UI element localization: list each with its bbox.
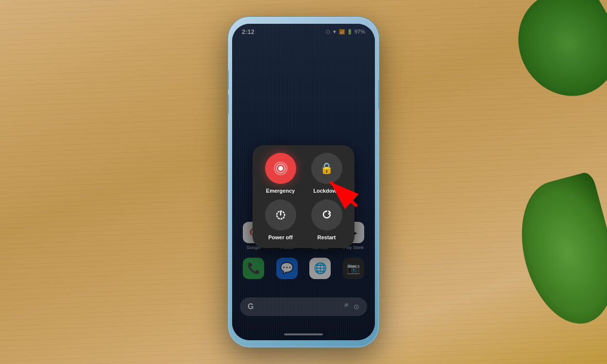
poweroff-item[interactable]: Power off xyxy=(260,199,301,240)
volume-up-button[interactable] xyxy=(228,70,229,90)
poweroff-label: Power off xyxy=(268,234,292,240)
poweroff-button[interactable] xyxy=(265,199,296,231)
emergency-label: Emergency xyxy=(266,188,295,194)
red-arrow-annotation xyxy=(304,172,362,211)
restart-label: Restart xyxy=(318,234,336,240)
emergency-button[interactable] xyxy=(265,153,296,184)
emergency-item[interactable]: Emergency xyxy=(260,153,301,194)
power-button[interactable] xyxy=(378,80,379,109)
phone-container: 2:12 ⬡ ▼ 📶 🔋 97% G 🎤 ⊙ xyxy=(228,17,379,347)
emergency-icon xyxy=(273,161,288,176)
volume-down-button[interactable] xyxy=(228,95,229,114)
poweroff-icon xyxy=(275,209,287,221)
svg-line-3 xyxy=(330,182,357,206)
